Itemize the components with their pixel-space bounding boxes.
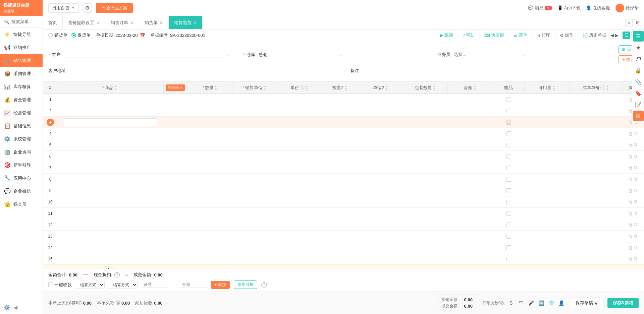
gift-checkbox[interactable] [506,143,511,147]
zh-icon[interactable]: 中 [517,299,526,307]
settings-icon[interactable]: ⚙️ [3,304,10,311]
unit2-sort-icon[interactable]: ▲▼ [385,84,388,91]
copy-row-icon[interactable]: ⧉ [634,142,637,148]
copy-row-icon[interactable]: ⧉ [634,222,637,228]
add-payment-button[interactable]: + 添加 [211,281,230,289]
search-menu[interactable]: 🔍 搜索菜单 [0,16,43,28]
grid-view-button[interactable]: ☰ [623,32,630,39]
tab-sales-return[interactable]: 销货退货 ✕ [169,16,203,29]
add-row-button[interactable]: + [47,119,54,126]
rs-orange-icon[interactable]: ⊞ [633,111,644,121]
tab-close-price-extract[interactable]: ✕ [96,20,100,25]
rs-grid-icon[interactable]: ☰ [633,31,644,42]
avail-sort-icon[interactable]: ▲▼ [552,84,555,91]
sidebar-item-basics[interactable]: 📋 基础信息 [0,119,43,132]
qty2-sort-icon[interactable]: ▲▼ [344,84,347,91]
copy-row-icon[interactable]: ⧉ [634,165,637,171]
video-button[interactable]: ▶ 视频 [440,32,453,38]
calc-method-select[interactable]: 结算方式 [109,281,138,289]
print-button[interactable]: 🖨 打印 [536,32,550,38]
sidebar-item-purchase[interactable]: 📦 采购管理 [0,67,43,80]
sidebar-item-appstore[interactable]: 🔧 应用中心 [0,172,43,185]
industry-dropdown[interactable]: 日用百货 ▼ [48,3,78,13]
gift-checkbox[interactable] [506,131,511,136]
unit-sort-icon[interactable]: ▲▼ [263,84,267,91]
tab-close-sales-delivery[interactable]: ✕ [160,20,163,25]
radio-return[interactable]: 退货单 [71,32,91,38]
sidebar-item-marketing[interactable]: 📢 营销推广 [0,41,43,54]
translate-icon[interactable]: 🔤 [537,299,546,307]
shortcuts-button[interactable]: ⌨ 快捷键 [484,32,504,38]
rs-clip-icon[interactable]: 📎 [633,76,644,87]
one-click-payment-checkbox[interactable]: 一键收款 [48,282,72,288]
address-input[interactable] [68,67,331,74]
next-icon[interactable]: ▶ [615,33,619,38]
amount-sort-icon[interactable]: ▲▼ [473,84,476,91]
save-draft-button[interactable]: 保存草稿 ∧ [570,298,603,308]
rs-star-icon[interactable]: ★ [633,42,644,53]
amount-input[interactable] [180,281,207,288]
account-more-icon[interactable]: ··· [172,282,176,287]
delete-row-icon[interactable]: 🗑 [628,199,633,205]
user2-icon[interactable]: 👤 [557,299,566,307]
copy-row-icon[interactable]: ⧉ [634,188,637,193]
help-button[interactable]: ? 帮助 [463,32,475,38]
rs-note-icon[interactable]: 📝 [633,99,644,110]
gift-checkbox[interactable] [506,200,511,204]
salesperson-input[interactable] [452,51,520,58]
copy-row-icon[interactable]: ⧉ [634,245,637,250]
save-new-button[interactable]: 保存&新增 [607,298,639,308]
tshirt-icon[interactable]: 👕 [547,299,556,307]
window-close-button[interactable]: ✕ [625,19,633,26]
user-avatar[interactable]: 徐泽华 [615,4,639,12]
gift-checkbox[interactable] [506,211,511,216]
gift-checkbox[interactable] [506,223,511,227]
settlement-method-select[interactable]: 结算方式 [76,281,105,289]
rs-bookmark-icon[interactable]: 🔖 [633,88,644,99]
radio-sale[interactable]: 销货单 [48,32,67,38]
delete-row-icon[interactable]: 🗑 [628,142,633,148]
qty-sort-icon[interactable]: ▲▼ [214,84,218,91]
trial-button[interactable]: 体验行业方案 [96,3,133,13]
one-click-checkbox[interactable] [48,282,53,287]
gift-checkbox[interactable] [506,120,511,125]
delete-row-icon[interactable]: 🗑 [628,131,633,136]
tab-sales-delivery[interactable]: 销货单 ✕ [139,16,169,29]
account-input[interactable] [142,281,168,288]
sidebar-item-member[interactable]: 👑 畅会员 [0,198,43,211]
salesperson-more-icon[interactable]: ··· [522,52,525,57]
online-service-button[interactable]: 👤 在线客服 [586,5,610,11]
history-button[interactable]: 📄 历史单据 [583,32,606,38]
tab-sales-order[interactable]: 销售订单 ✕ [105,16,139,29]
copy-row-icon[interactable]: ⧉ [634,233,637,239]
th-gear[interactable]: ⚙ [44,82,56,93]
sidebar-item-finance[interactable]: 💰 资金管理 [0,93,43,106]
copy-row-icon[interactable]: ⧉ [634,131,637,136]
settings-gear-button[interactable]: ⚙ [83,3,92,13]
sidebar-item-wechat[interactable]: 💬 企业微信 [0,185,43,198]
s-icon[interactable]: S [507,299,516,307]
tab-home[interactable]: 首页 [43,16,63,29]
remark-input[interactable] [361,67,562,74]
cost-sort-icon[interactable]: ▲▼ [606,84,609,91]
copy-row-icon[interactable]: ⧉ [634,199,637,205]
rs-tag-icon[interactable]: 🏷 [633,54,644,64]
delete-row-icon[interactable]: 🗑 [628,234,633,239]
price-sort-icon[interactable]: ▲▼ [305,84,309,91]
copy-row-icon[interactable]: ⧉ [634,153,637,159]
address-more-icon[interactable]: ··· [333,68,337,73]
delete-row-icon[interactable]: 🗑 [628,154,633,159]
sidebar-item-enterprise[interactable]: 🏢 企业协同 [0,145,43,159]
gift-checkbox[interactable] [506,166,511,170]
pkg-sort-icon[interactable]: ▲▼ [433,84,436,91]
product-input[interactable] [63,118,158,126]
split-info-icon[interactable]: ? [261,282,267,288]
cost-info-icon[interactable]: i [600,85,605,90]
delete-row-icon[interactable]: 🗑 [628,177,633,182]
product-sort-icon[interactable]: ▲▼ [114,84,117,91]
tab-close-sales-order[interactable]: ✕ [130,20,133,25]
tab-price-extract[interactable]: 售价提取设置 ✕ [63,16,105,29]
price-info-icon[interactable]: i [300,85,305,90]
sidebar-item-newguide[interactable]: 🎯 新手引导 [0,159,43,172]
sidebar-item-operations[interactable]: 📈 经营管理 [0,106,43,119]
